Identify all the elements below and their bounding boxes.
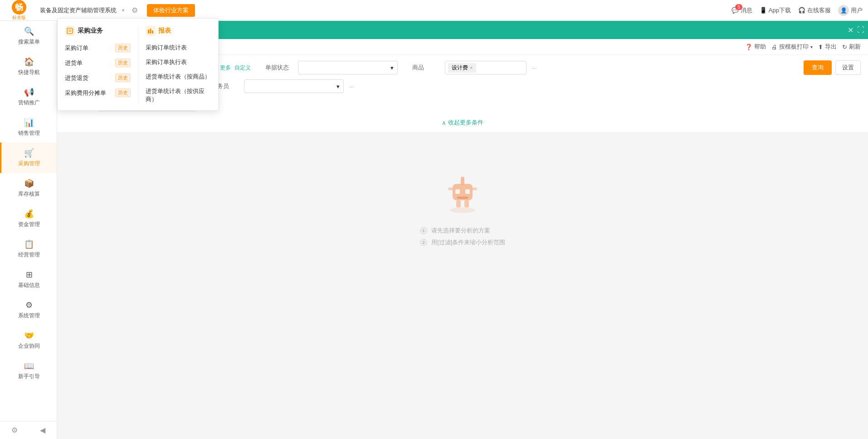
sales-icon: 📊 (24, 118, 34, 128)
sidebar-label-system: 系统管理 (18, 312, 40, 320)
export-icon: ⬆ (818, 44, 823, 50)
purchase-in-hist: 历史 (115, 59, 131, 67)
sidebar-item-operations[interactable]: 📋 经营管理 (0, 234, 57, 264)
sidebar-settings-icon[interactable]: ⚙ (11, 426, 18, 434)
empty-hint: ① 请先选择要分析的方案 ② 用[过滤]条件来缩小分析范围 (420, 225, 506, 248)
purchase-dropdown-menu: 采购业务 采购订单 历史 进货单 历史 进货退货 历史 采购费用分摊单 历史 (57, 21, 219, 111)
user-label: 用户 (851, 6, 863, 15)
salesperson-more-btn[interactable]: ··· (349, 83, 354, 90)
salesperson-select[interactable]: ▾ (244, 79, 344, 93)
dropdown-item-report3[interactable]: 进货单统计表（按商品） (142, 69, 215, 84)
status-select-arrow: ▾ (390, 64, 394, 71)
date-option-custom[interactable]: 自定义 (234, 64, 251, 72)
sidebar-item-purchase[interactable]: 🛒 采购管理 (0, 143, 57, 173)
dropdown-item-report1[interactable]: 采购订单统计表 (142, 40, 215, 55)
report-column: 报表 采购订单统计表 采购订单执行表 进货单统计表（按商品） 进货单统计表（按供… (138, 22, 219, 107)
sidebar-label-quick-nav: 快捷导航 (18, 69, 40, 76)
svg-point-12 (461, 177, 464, 180)
goods-field[interactable]: 设计费 × (445, 61, 527, 74)
help-icon: ❓ (745, 44, 752, 50)
export-label: 导出 (825, 43, 837, 51)
print-label: 按模板打印 (779, 43, 809, 51)
purchase-business-column: 采购业务 采购订单 历史 进货单 历史 进货退货 历史 采购费用分摊单 历史 (58, 22, 138, 107)
svg-rect-8 (455, 189, 460, 194)
sidebar-label-sales: 销售管理 (18, 129, 40, 137)
query-button[interactable]: 查询 (804, 60, 832, 75)
dropdown-item-purchase-order[interactable]: 采购订单 历史 (61, 40, 134, 55)
purchase-cost-hist: 历史 (115, 89, 131, 97)
dropdown-item-purchase-return[interactable]: 进货退货 历史 (61, 70, 134, 85)
search-icon: 🔍 (24, 26, 34, 36)
goods-tag: 设计费 × (448, 63, 476, 73)
empty-hint-text2: 用[过滤]条件来缩小分析范围 (431, 239, 505, 246)
basic-icon: ⊞ (26, 270, 33, 280)
sidebar-item-sales[interactable]: 📊 销售管理 (0, 112, 57, 143)
dropdown-item-report4[interactable]: 进货单统计表（按供应商） (142, 84, 215, 107)
sidebar-item-search[interactable]: 🔍 搜索菜单 (0, 21, 57, 51)
operations-icon: 📋 (24, 239, 34, 249)
help-label: 帮助 (754, 43, 766, 51)
sidebar-label-guide: 新手引导 (18, 373, 40, 380)
status-select[interactable]: ▾ (298, 61, 398, 74)
user-btn[interactable]: 👤 用户 (838, 5, 863, 16)
messages-btn[interactable]: 💬 5 消息 (731, 6, 752, 15)
sidebar-item-quick-nav[interactable]: 🏠 快捷导航 (0, 51, 57, 82)
system-title-dropdown-icon[interactable]: ▾ (122, 8, 124, 13)
help-btn[interactable]: ❓ 帮助 (745, 43, 766, 51)
svg-rect-3 (148, 30, 149, 34)
purchase-column-icon (65, 26, 75, 36)
goods-tag-close[interactable]: × (470, 65, 473, 70)
print-btn[interactable]: 🖨 按模板打印 ▾ (771, 43, 813, 51)
sidebar-item-finance[interactable]: 💰 资金管理 (0, 203, 57, 234)
tab-close-all-icon[interactable]: ✕ (848, 26, 853, 35)
online-service-btn[interactable]: 🎧 在线客服 (798, 6, 831, 15)
dropdown-item-purchase-cost[interactable]: 采购费用分摊单 历史 (61, 85, 134, 100)
print-dropdown-icon[interactable]: ▾ (810, 44, 813, 49)
goods-more-btn[interactable]: ··· (532, 64, 537, 71)
collapse-button[interactable]: ∧ 收起更多条件 (442, 118, 483, 127)
dropdown-item-report2[interactable]: 采购订单执行表 (142, 55, 215, 69)
sidebar-item-marketing[interactable]: 📢 营销推广 (0, 82, 57, 112)
sidebar-label-inventory: 库存核算 (18, 190, 40, 198)
topbar-settings-icon[interactable]: ⚙ (132, 6, 138, 15)
headset-icon: 🎧 (798, 7, 805, 14)
sidebar-item-enterprise[interactable]: 🤝 企业协同 (0, 325, 57, 355)
tab-maximize-icon[interactable]: ⛶ (857, 26, 864, 34)
avatar-icon: 👤 (838, 5, 849, 16)
sidebar-label-basic: 基础信息 (18, 281, 40, 289)
app-download-btn[interactable]: 📱 App下载 (760, 6, 791, 15)
tab-bar-actions: ✕ ⛶ (848, 26, 864, 35)
empty-hint-line1: ① 请先选择要分析的方案 (420, 225, 506, 237)
purchase-column-title: 采购业务 (61, 22, 134, 40)
empty-hint-text1: 请先选择要分析的方案 (431, 227, 490, 234)
system-title: 装备及固定资产辅助管理系统 (40, 6, 117, 15)
toolbar-actions: ❓ 帮助 🖨 按模板打印 ▾ ⬆ 导出 ↻ 刷新 (745, 43, 861, 51)
sidebar-collapse-icon[interactable]: ◀ (40, 426, 45, 434)
report4-label: 进货单统计表（按供应商） (146, 87, 211, 104)
svg-rect-10 (457, 197, 468, 199)
logo-icon: 畅 (12, 0, 26, 15)
settings-button[interactable]: 设置 (835, 60, 861, 75)
report2-label: 采购订单执行表 (146, 58, 211, 66)
dropdown-item-purchase-in[interactable]: 进货单 历史 (61, 55, 134, 70)
goods-label: 商品 (412, 64, 439, 72)
export-btn[interactable]: ⬆ 导出 (818, 43, 837, 51)
sidebar-item-guide[interactable]: 📖 新手引导 (0, 355, 57, 386)
sidebar-item-basic[interactable]: ⊞ 基础信息 (0, 264, 57, 295)
report-column-title-label: 报表 (158, 27, 171, 35)
industry-btn[interactable]: 体验行业方案 (147, 4, 195, 17)
sidebar: 🔍 搜索菜单 🏠 快捷导航 📢 营销推广 📊 销售管理 🛒 采购管理 📦 库存核… (0, 21, 57, 439)
sidebar-item-inventory[interactable]: 📦 库存核算 (0, 173, 57, 203)
app-download-label: App下载 (769, 6, 791, 15)
main-content: 首页 销售排行榜 ✕ ✕ ⛶ (57, 21, 868, 439)
logo-text: 标准版 (12, 15, 26, 21)
svg-point-6 (450, 207, 475, 213)
refresh-btn[interactable]: ↻ 刷新 (842, 43, 861, 51)
date-option-more[interactable]: 更多 (220, 64, 231, 72)
report3-label: 进货单统计表（按商品） (146, 73, 211, 81)
finance-icon: 💰 (24, 209, 34, 219)
sidebar-item-system[interactable]: ⚙ 系统管理 (0, 295, 57, 325)
logo-area: 畅 标准版 (5, 0, 33, 21)
enterprise-icon: 🤝 (24, 330, 34, 340)
purchase-column-title-label: 采购业务 (78, 27, 103, 35)
